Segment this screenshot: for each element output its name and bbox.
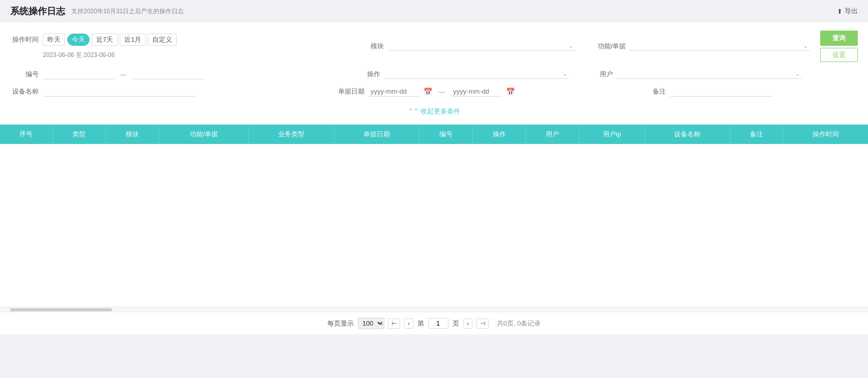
horizontal-scrollbar[interactable] [0,307,868,312]
page-subtitle: 支持2020年10月31日之后产生的操作日志 [71,7,184,16]
time-btn-7days[interactable]: 近7天 [92,34,118,46]
next-page-button[interactable]: › [463,318,472,329]
operation-filter-item: 操作 ⌄ [352,70,569,79]
page-size-label: 每页显示 [327,319,354,328]
remark-input[interactable] [670,86,772,97]
action-buttons: 查询 设置 [820,31,858,62]
empty-area [0,144,868,307]
user-select[interactable]: ⌄ [617,70,802,79]
page-size-select[interactable]: 100 50 200 [358,317,384,329]
remark-filter-item: 备注 [637,86,802,97]
collapse-icon: ⌃⌃ [408,107,419,115]
pagination-bar: 每页显示 100 50 200 ⌄ ⊢ ‹ 第 页 › ⊣ 共0页, 0条记录 [0,312,868,334]
time-btn-custom[interactable]: 自定义 [148,34,177,46]
filter-panel: 操作时间 昨天 今天 近7天 近1月 自定义 2023-06-06 至 2023… [0,22,868,125]
function-label: 功能/单据 [590,42,626,51]
col-biz-type: 业务类型 [249,125,334,144]
time-btn-yesterday[interactable]: 昨天 [43,34,65,46]
col-device: 设备名称 [645,125,730,144]
device-label: 设备名称 [10,87,39,96]
col-module: 模块 [106,125,159,144]
query-button[interactable]: 查询 [820,31,858,46]
operation-chevron-icon: ⌄ [563,71,567,77]
module-filter-item: 模块 ⌄ [355,42,575,51]
filter-row-1: 操作时间 昨天 今天 近7天 近1月 自定义 2023-06-06 至 2023… [10,31,858,62]
operation-label: 操作 [352,70,380,79]
title-area: 系统操作日志 支持2020年10月31日之后产生的操作日志 [10,5,184,17]
voucher-date-label: 单据日期 [334,87,365,96]
prev-page-button[interactable]: ‹ [404,318,413,329]
filter-row-3: 设备名称 单据日期 📅 — 📅 备注 [10,86,858,97]
page-title: 系统操作日志 [10,5,65,17]
user-label: 用户 [584,70,613,79]
module-label: 模块 [355,42,384,51]
user-filter-item: 用户 ⌄ [584,70,802,79]
data-table: 序号 类型 模块 功能/单据 业务类型 单据日期 编号 操作 用户 用户ip 设… [0,125,868,144]
date-input-start[interactable] [369,86,419,97]
date-dash: — [438,88,445,96]
number-input-start[interactable] [43,69,114,79]
col-type: 类型 [52,125,105,144]
calendar-end-icon[interactable]: 📅 [506,88,515,96]
page-header: 系统操作日志 支持2020年10月31日之后产生的操作日志 ⬆ 导出 [0,0,868,22]
function-filter-item: 功能/单据 ⌄ [590,42,810,51]
col-remark: 备注 [730,125,783,144]
col-user: 用户 [526,125,579,144]
first-page-button[interactable]: ⊢ [388,318,400,329]
page-summary: 共0页, 0条记录 [497,319,541,328]
time-options: 昨天 今天 近7天 近1月 自定义 [43,34,177,46]
page-number-input[interactable] [428,318,449,329]
col-operation: 操作 [472,125,525,144]
time-btn-today[interactable]: 今天 [67,34,90,46]
number-input-end[interactable] [133,69,204,79]
collapse-label: 收起更多条件 [421,107,460,115]
device-input[interactable] [43,86,195,97]
col-number: 编号 [419,125,472,144]
filter-row-2: 编号 — 操作 ⌄ 用户 ⌄ [10,69,858,79]
time-btn-1month[interactable]: 近1月 [120,34,146,46]
operation-select[interactable]: ⌄ [384,70,569,79]
module-chevron-icon: ⌄ [568,43,573,49]
number-dash: — [120,71,127,78]
time-label: 操作时间 [10,35,39,44]
table-header-row: 序号 类型 模块 功能/单据 业务类型 单据日期 编号 操作 用户 用户ip 设… [0,125,868,144]
table-container: 序号 类型 模块 功能/单据 业务类型 单据日期 编号 操作 用户 用户ip 设… [0,125,868,307]
col-user-ip: 用户ip [579,125,645,144]
export-icon: ⬆ [837,8,843,15]
export-button[interactable]: ⬆ 导出 [837,7,858,16]
calendar-start-icon[interactable]: 📅 [424,88,432,96]
number-filter-item: 编号 — [10,69,337,79]
col-function: 功能/单据 [159,125,248,144]
setting-button[interactable]: 设置 [820,48,858,62]
voucher-date-filter-item: 单据日期 📅 — 📅 [334,86,622,97]
col-op-time: 操作时间 [783,125,868,144]
function-select[interactable]: ⌄ [630,42,810,51]
date-input-end[interactable] [451,86,502,97]
module-select[interactable]: ⌄ [388,42,575,51]
scrollbar-thumb[interactable] [10,308,112,311]
col-voucher-date: 单据日期 [334,125,419,144]
user-chevron-icon: ⌄ [795,71,800,77]
last-page-button[interactable]: ⊣ [477,318,489,329]
col-index: 序号 [0,125,52,144]
page-prefix-label: 第 [417,319,424,328]
page-unit-label: 页 [453,319,459,328]
time-filter-item: 操作时间 昨天 今天 近7天 近1月 自定义 2023-06-06 至 2023… [10,34,340,60]
remark-label: 备注 [637,87,666,96]
device-filter-item: 设备名称 [10,86,319,97]
collapse-bar[interactable]: ⌃⌃ 收起更多条件 [10,104,858,120]
function-chevron-icon: ⌄ [803,43,808,49]
time-range-display: 2023-06-06 至 2023-06-06 [43,51,115,59]
number-label: 编号 [10,70,39,79]
